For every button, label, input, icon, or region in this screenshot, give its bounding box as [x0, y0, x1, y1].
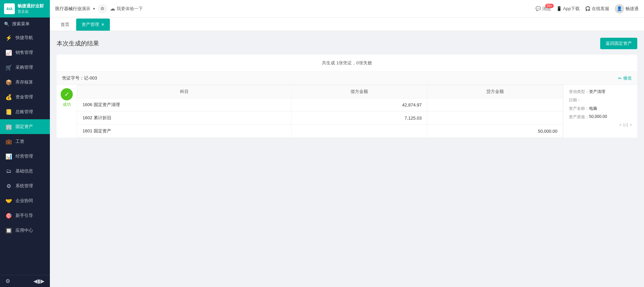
- search-icon: 🔍: [4, 22, 9, 27]
- sidebar-scroll: 🔍 搜索菜单 ⚡ 快捷导航 📈 销售管理 🛒 采购管理 📦 库存核算 💰 资金管…: [0, 18, 50, 275]
- guide-icon: 🎯: [5, 212, 12, 219]
- home-tab-label: 首页: [61, 22, 69, 28]
- success-label: 成功: [60, 102, 73, 107]
- detail-pagination[interactable]: < 1/1 >: [569, 123, 632, 127]
- sidebar-item-app-center[interactable]: 🔲 应用中心: [0, 223, 50, 238]
- subject-cell: 1601 固定资产: [77, 125, 292, 138]
- debit-cell: [292, 125, 427, 138]
- col-debit: 借方金额: [292, 85, 427, 98]
- subject-cell: 1602 累计折旧: [77, 111, 292, 125]
- sidebar-search-label: 搜索菜单: [12, 21, 30, 27]
- sidebar-item-system[interactable]: ⚙ 系统管理: [0, 179, 50, 193]
- detail-asset-name-row: 资产名称： 电脑: [569, 106, 632, 111]
- sidebar-item-guide[interactable]: 🎯 新手引导: [0, 208, 50, 223]
- operations-icon: 📊: [5, 153, 12, 160]
- tab-asset-manage[interactable]: 资产管理 ✕: [76, 19, 110, 31]
- voucher-header: 凭证字号：记-003 ✏ 修改: [57, 72, 637, 85]
- sidebar-search[interactable]: 🔍 搜索菜单: [0, 18, 50, 30]
- purchase-icon: 🛒: [5, 64, 12, 71]
- sidebar-item-label: 经营管理: [16, 153, 33, 159]
- voucher-table: 科目 借方金额 贷方金额 1606 固定资产清理 42,874.97 1602 …: [77, 85, 563, 138]
- tab-close-icon[interactable]: ✕: [101, 22, 104, 27]
- topbar-gear-button[interactable]: ⚙: [98, 4, 107, 13]
- basic-info-icon: 🗂: [5, 168, 12, 174]
- col-subject: 科目: [77, 85, 292, 98]
- ledger-icon: 📒: [5, 108, 12, 115]
- success-cell: ✓ 成功: [57, 85, 77, 138]
- sidebar-item-label: 工资: [16, 138, 24, 145]
- app-download-icon: 📱: [556, 6, 562, 11]
- debit-cell: 42,874.97: [292, 98, 427, 111]
- user-menu[interactable]: 👤 畅捷通: [615, 4, 639, 13]
- sidebar-item-label: 基础信息: [16, 168, 33, 174]
- detail-change-type-row: 变动类型： 资产清理: [569, 89, 632, 95]
- sales-icon: 📈: [5, 49, 12, 56]
- tabs-bar: 首页 资产管理 ✕: [50, 18, 644, 31]
- page-header: 本次生成的结果 返回固定资产: [57, 38, 637, 49]
- tab-home[interactable]: 首页: [55, 19, 75, 31]
- fixed-assets-icon: 🏢: [5, 123, 12, 130]
- main-area: 医疗器械行业演示 ▾ ⚙ ☁ 我要体验一下 💬 消息 99+ 📱 App下载 🎧…: [50, 0, 644, 287]
- credit-cell: [427, 98, 563, 111]
- sidebar-item-label: 快捷导航: [16, 35, 33, 41]
- table-row: 1602 累计折旧 7,125.03: [77, 111, 563, 125]
- topbar-left: 医疗器械行业演示 ▾ ⚙ ☁ 我要体验一下: [55, 4, 143, 13]
- company-dropdown-icon[interactable]: ▾: [93, 6, 95, 11]
- sidebar-item-finance[interactable]: 💰 资金管理: [0, 90, 50, 104]
- sidebar-item-enterprise[interactable]: 🤝 企业协同: [0, 193, 50, 208]
- edit-voucher-button[interactable]: ✏ 修改: [618, 75, 632, 81]
- sidebar-item-ledger[interactable]: 📒 总账管理: [0, 104, 50, 119]
- user-name: 畅捷通: [625, 6, 639, 12]
- headset-icon: 🎧: [585, 6, 590, 11]
- sidebar-item-purchase[interactable]: 🛒 采购管理: [0, 60, 50, 75]
- sidebar-item-label: 系统管理: [16, 183, 33, 189]
- topbar: 医疗器械行业演示 ▾ ⚙ ☁ 我要体验一下 💬 消息 99+ 📱 App下载 🎧…: [50, 0, 644, 18]
- app-center-icon: 🔲: [5, 227, 12, 234]
- credit-cell: 50,000.00: [427, 125, 563, 138]
- voucher-content: ✓ 成功 科目 借方金额 贷方金额: [57, 85, 637, 138]
- result-card: 共生成 1张凭证，0张失败 凭证字号：记-003 ✏ 修改 ✓ 成功: [57, 55, 637, 138]
- inventory-icon: 📦: [5, 79, 12, 86]
- sidebar-item-sales[interactable]: 📈 销售管理: [0, 45, 50, 60]
- col-credit: 贷方金额: [427, 85, 563, 98]
- sidebar-item-basic-info[interactable]: 🗂 基础信息: [0, 164, 50, 179]
- system-icon: ⚙: [5, 183, 12, 189]
- feedback-button[interactable]: ☁ 我要体验一下: [110, 5, 143, 12]
- payroll-icon: 💼: [5, 138, 12, 145]
- voucher-number: 凭证字号：记-003: [62, 75, 97, 81]
- debit-cell: 7,125.03: [292, 111, 427, 125]
- result-summary: 共生成 1张凭证，0张失败: [57, 55, 637, 72]
- app-logo: AtA: [4, 3, 15, 14]
- sidebar-item-label: 销售管理: [16, 50, 33, 56]
- online-service-button[interactable]: 🎧 在线客服: [585, 6, 609, 12]
- subject-cell: 1606 固定资产清理: [77, 98, 292, 111]
- edit-icon: ✏: [618, 76, 622, 81]
- sidebar-item-label: 新手引导: [16, 213, 33, 219]
- edit-label: 修改: [623, 75, 632, 81]
- pagination-next-icon[interactable]: >: [630, 123, 632, 127]
- sidebar-item-label: 总账管理: [16, 109, 33, 115]
- asset-value-label: 资产原值：: [569, 114, 589, 120]
- detail-asset-value-row: 资产原值： 50,000.00: [569, 114, 632, 120]
- change-type-label: 变动类型：: [569, 89, 589, 95]
- asset-tab-label: 资产管理: [82, 22, 99, 28]
- sidebar-item-inventory[interactable]: 📦 库存核算: [0, 75, 50, 90]
- message-button[interactable]: 💬 消息 99+: [535, 6, 551, 12]
- settings-icon[interactable]: ⚙: [5, 278, 10, 284]
- sidebar-item-label: 企业协同: [16, 198, 33, 204]
- sidebar-item-quick-nav[interactable]: ⚡ 快捷导航: [0, 30, 50, 45]
- app-download-button[interactable]: 📱 App下载: [556, 6, 580, 12]
- pagination-prev-icon[interactable]: <: [619, 123, 622, 127]
- sidebar-item-payroll[interactable]: 💼 工资: [0, 134, 50, 149]
- page-title: 本次生成的结果: [57, 39, 99, 47]
- success-icon: ✓: [61, 88, 73, 100]
- back-to-fixed-assets-button[interactable]: 返回固定资产: [600, 38, 637, 49]
- enterprise-icon: 🤝: [5, 197, 12, 204]
- app-download-label: App下载: [563, 6, 580, 12]
- sidebar-item-operations[interactable]: 📊 经营管理: [0, 149, 50, 164]
- sidebar-item-label: 固定资产: [16, 124, 33, 130]
- sidebar-item-fixed-assets[interactable]: 🏢 固定资产: [0, 119, 50, 134]
- table-row: 1601 固定资产 50,000.00: [77, 125, 563, 138]
- toggle-sidebar-icon[interactable]: ◀▮▶: [33, 278, 44, 284]
- asset-value-value: 50,000.00: [589, 114, 607, 120]
